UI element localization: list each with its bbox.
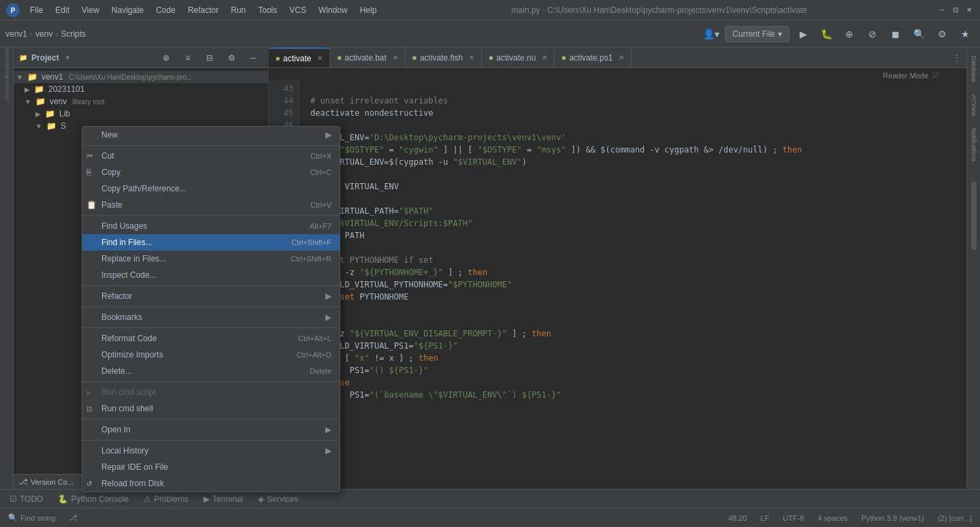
minimize-button[interactable]: ─ xyxy=(936,5,947,16)
run-button[interactable]: ▶ xyxy=(794,25,813,44)
profile-run-button[interactable]: ⊘ xyxy=(863,25,882,44)
bottom-tab-problems[interactable]: ⚠ Problems xyxy=(137,492,195,506)
code-area[interactable]: # unset irrelevant variables deactivate … xyxy=(299,80,966,489)
ctx-find-usages[interactable]: Find Usages Alt+F7 xyxy=(82,218,340,234)
tab-activate-nu[interactable]: ■ activate.nu ✕ xyxy=(482,48,555,68)
tree-item-venv1[interactable]: ▼ 📁 venv1 C:\Users\Xu Han\Desktop\pychar… xyxy=(14,71,268,83)
ctx-bookmarks[interactable]: Bookmarks ▶ xyxy=(82,309,340,325)
coverage-button[interactable]: ⊕ xyxy=(840,25,859,44)
project-expand-icon[interactable]: ≡ xyxy=(178,48,197,67)
stop-button[interactable]: ◼ xyxy=(886,25,905,44)
project-locate-icon[interactable]: ⊕ xyxy=(157,48,176,67)
close-button[interactable]: ✕ xyxy=(964,5,975,16)
ctx-replace-in-files[interactable]: Replace in Files... Ctrl+Shift+R xyxy=(82,251,340,267)
tree-item-20231101[interactable]: ▶ 📁 20231101 xyxy=(14,83,268,95)
tab-activate-nu-close[interactable]: ✕ xyxy=(542,54,547,61)
right-sidebar-notifications[interactable]: Notifications xyxy=(969,123,979,167)
code-line-49: VIRTUAL_ENV=$(cygpath -u "$VIRTUAL_ENV") xyxy=(310,156,956,168)
editor-scrollbar[interactable] xyxy=(971,168,977,486)
restore-button[interactable]: ⊡ xyxy=(950,5,961,16)
ctx-find-in-files[interactable]: Find in Files... Ctrl+Shift+F xyxy=(82,234,340,251)
tabs-overflow-button[interactable]: ⋮ xyxy=(947,53,966,63)
folder-icon-lib: 📁 xyxy=(45,109,55,118)
ctx-reformat-code[interactable]: Reformat Code Ctrl+Alt+L xyxy=(82,330,340,347)
folder-icon-s: 📁 xyxy=(46,121,56,131)
menu-file[interactable]: File xyxy=(24,3,48,18)
settings-button[interactable]: ⚙ xyxy=(932,25,951,44)
ctx-copy-path[interactable]: Copy Path/Reference... xyxy=(82,180,340,197)
tree-item-lib[interactable]: ▶ 📁 Lib xyxy=(14,108,268,120)
debug-button[interactable]: 🐛 xyxy=(817,25,836,44)
tab-activate[interactable]: ■ activate ✕ xyxy=(269,48,330,68)
reader-mode-toggle-icon[interactable]: ☑ xyxy=(932,71,939,80)
status-indent[interactable]: 4 spaces xyxy=(815,513,851,524)
ctx-optimize-imports[interactable]: Optimize Imports Ctrl+Alt+O xyxy=(82,347,340,363)
menu-tools[interactable]: Tools xyxy=(252,3,282,18)
ctx-cut[interactable]: ✂ Cut Ctrl+X xyxy=(82,148,340,164)
current-file-button[interactable]: Current File ▾ xyxy=(725,26,789,42)
tree-item-venv[interactable]: ▼ 📁 venv library root xyxy=(14,95,268,108)
ctx-repair-ide[interactable]: Repair IDE on File xyxy=(82,459,340,475)
menu-run[interactable]: Run xyxy=(225,3,251,18)
ctx-run-cmd-shell[interactable]: ⊡ Run cmd shell xyxy=(82,400,340,417)
menu-vcs[interactable]: VCS xyxy=(284,3,312,18)
menu-refactor[interactable]: Refactor xyxy=(182,3,224,18)
project-close-icon[interactable]: ─ xyxy=(244,48,263,67)
tab-activate-ps1[interactable]: ■ activate.ps1 ✕ xyxy=(555,48,632,68)
status-branch[interactable]: ⎇ xyxy=(66,512,80,524)
bottom-tab-todo[interactable]: ☑ TODO xyxy=(3,492,50,506)
status-line-ending[interactable]: LF xyxy=(757,513,772,524)
project-settings-icon[interactable]: ⚙ xyxy=(222,48,241,67)
scrollbar-thumb[interactable] xyxy=(971,182,977,250)
tab-activate-bat[interactable]: ■ activate.bat ✕ xyxy=(330,48,405,68)
ctx-copy[interactable]: ⎘ Copy Ctrl+C xyxy=(82,164,340,180)
menu-navigate[interactable]: Navigate xyxy=(106,3,149,18)
status-branch-label[interactable]: (2) [curr...] xyxy=(935,513,975,524)
left-sidebar-bookmarks[interactable]: Bookmarks xyxy=(0,50,14,75)
tabs-bar: ■ activate ✕ ■ activate.bat ✕ ■ activate… xyxy=(269,48,966,68)
menu-window[interactable]: Window xyxy=(313,3,353,18)
profile-button[interactable]: 👤▾ xyxy=(702,25,721,44)
update-button[interactable]: ★ xyxy=(956,25,975,44)
tab-activate-bat-close[interactable]: ✕ xyxy=(393,54,398,61)
reader-mode-area[interactable]: Reader Mode ☑ xyxy=(883,71,939,80)
ctx-local-history[interactable]: Local History ▶ xyxy=(82,443,340,459)
ctx-reformat-shortcut: Ctrl+Alt+L xyxy=(284,334,331,342)
ctx-refactor[interactable]: Refactor ▶ xyxy=(82,288,340,304)
ctx-reload-disk[interactable]: ↺ Reload from Disk xyxy=(82,475,340,492)
bottom-tab-terminal[interactable]: ▶ Terminal xyxy=(197,492,250,506)
ctx-inspect-code[interactable]: Inspect Code... xyxy=(82,267,340,283)
ctx-open-in[interactable]: Open In ▶ xyxy=(82,421,340,438)
right-sidebar-database[interactable]: Database xyxy=(969,50,979,88)
ctx-new[interactable]: New ▶ xyxy=(82,127,340,143)
tree-library-label: library root xyxy=(72,98,104,106)
status-encoding[interactable]: UTF-8 xyxy=(780,513,806,524)
tab-activate-fish[interactable]: ■ activate.fish ✕ xyxy=(406,48,482,68)
code-line-57: # unset PYTHONHOME if set xyxy=(310,254,956,266)
status-find-string[interactable]: 🔍 Find string xyxy=(5,512,58,524)
search-button[interactable]: 🔍 xyxy=(909,25,928,44)
breadcrumb-venv[interactable]: venv xyxy=(35,29,52,39)
ctx-refactor-label: Refactor xyxy=(101,291,132,301)
status-position[interactable]: 48:20 xyxy=(725,513,750,524)
tab-activate-fish-close[interactable]: ✕ xyxy=(469,54,474,61)
left-sidebar-structure[interactable]: Structure xyxy=(0,76,14,101)
bottom-tab-python-console[interactable]: 🐍 Python Console xyxy=(51,492,135,506)
ctx-refactor-arrow: ▶ xyxy=(325,291,331,301)
menu-code[interactable]: Code xyxy=(150,3,181,18)
ctx-paste[interactable]: 📋 Paste Ctrl+V xyxy=(82,197,340,213)
menu-help[interactable]: Help xyxy=(355,3,382,18)
status-python-version[interactable]: Python 3.9 (venv1) xyxy=(859,513,927,524)
ctx-run-cmd-script[interactable]: ▶ Run cmd script xyxy=(82,384,340,400)
breadcrumb-scripts[interactable]: Scripts xyxy=(61,29,86,39)
tab-activate-close[interactable]: ✕ xyxy=(317,54,323,62)
ctx-delete[interactable]: Delete... Delete xyxy=(82,363,340,379)
right-sidebar-acview[interactable]: ACView xyxy=(969,89,979,122)
project-collapse-icon[interactable]: ⊟ xyxy=(200,48,219,67)
menu-view[interactable]: View xyxy=(76,3,105,18)
todo-icon: ☑ xyxy=(10,494,17,504)
breadcrumb-venv1[interactable]: venv1 xyxy=(5,29,27,39)
menu-edit[interactable]: Edit xyxy=(50,3,75,18)
tab-activate-ps1-close[interactable]: ✕ xyxy=(619,54,624,61)
bottom-tab-services[interactable]: ◈ Services xyxy=(251,492,305,506)
